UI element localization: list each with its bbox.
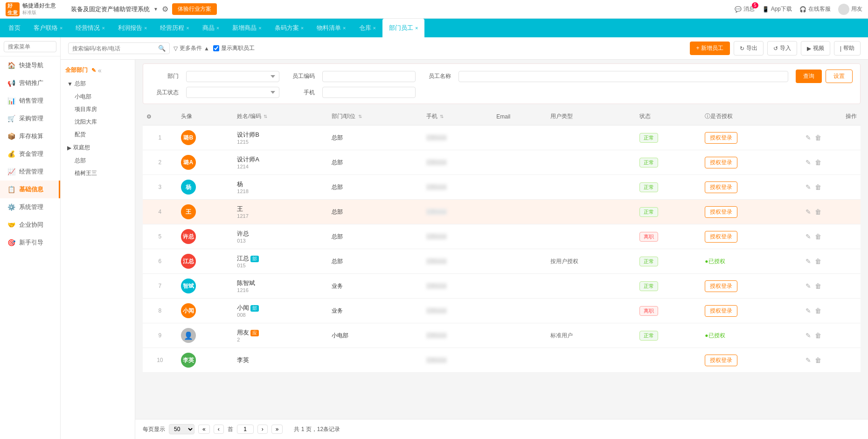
tab-profit[interactable]: 利润报告 × bbox=[111, 19, 153, 37]
dept-filter-select[interactable] bbox=[186, 71, 279, 82]
tab-barcode-close[interactable]: × bbox=[301, 25, 304, 31]
name-sort-icon[interactable]: ⇅ bbox=[264, 114, 267, 119]
tab-warehouse[interactable]: 仓库 × bbox=[353, 19, 382, 37]
auth-button[interactable]: 授权登录 bbox=[705, 206, 737, 218]
tab-home[interactable]: 首页 bbox=[2, 19, 27, 37]
dept-tree-item-elec[interactable]: 小电部 bbox=[61, 91, 135, 103]
edit-icon[interactable]: ✎ bbox=[806, 258, 811, 265]
edit-icon[interactable]: ✎ bbox=[806, 356, 811, 364]
first-page-button[interactable]: « bbox=[198, 425, 210, 434]
dept-tree-item-shenyang[interactable]: 沈阳大库 bbox=[61, 116, 135, 128]
edit-icon[interactable]: ✎ bbox=[806, 208, 811, 216]
search-icon[interactable]: 🔍 bbox=[158, 45, 166, 52]
edit-icon[interactable]: ✎ bbox=[806, 159, 811, 166]
tab-customer[interactable]: 客户联络 × bbox=[27, 19, 69, 37]
show-resigned-label[interactable]: 显示离职员工 bbox=[213, 44, 255, 52]
auth-button[interactable]: 授权登录 bbox=[705, 231, 737, 243]
next-page-button[interactable]: › bbox=[257, 425, 268, 434]
emp-name-input[interactable] bbox=[458, 71, 788, 82]
tab-customer-close[interactable]: × bbox=[60, 25, 62, 31]
sys-dropdown[interactable]: ▼ bbox=[153, 7, 158, 12]
delete-icon[interactable]: 🗑 bbox=[815, 134, 821, 141]
phone-input[interactable] bbox=[322, 87, 416, 98]
dept-tree-item-shuangling[interactable]: ▶ 双庭想 bbox=[61, 141, 135, 154]
help-button[interactable]: | 帮助 bbox=[834, 41, 861, 56]
show-resigned-checkbox[interactable] bbox=[213, 45, 219, 51]
user-menu[interactable]: 用友 bbox=[838, 4, 862, 15]
edit-icon[interactable]: ✎ bbox=[806, 183, 811, 191]
tab-operation[interactable]: 经营情况 × bbox=[69, 19, 111, 37]
sidebar-item-system[interactable]: ⚙️ 系统管理 bbox=[0, 198, 60, 216]
dept-sort-icon[interactable]: ⇅ bbox=[358, 114, 362, 119]
tab-history-close[interactable]: × bbox=[186, 25, 189, 31]
delete-icon[interactable]: 🗑 bbox=[815, 258, 821, 265]
dept-tree-item-planting[interactable]: 植树王三 bbox=[61, 167, 135, 180]
search-input[interactable] bbox=[72, 45, 156, 52]
message-button[interactable]: 💬 5 消息 bbox=[735, 5, 755, 13]
view-button[interactable]: ▶ 视频 bbox=[801, 41, 830, 56]
sidebar-item-finance[interactable]: 💰 资金管理 bbox=[0, 145, 60, 163]
phone-sort-icon[interactable]: ⇅ bbox=[440, 114, 444, 119]
dept-tree-item-hq[interactable]: ▼ 总部 bbox=[61, 77, 135, 91]
delete-icon[interactable]: 🗑 bbox=[815, 208, 821, 216]
dept-tree-item-distribution[interactable]: 配货 bbox=[61, 128, 135, 141]
page-number-input[interactable] bbox=[237, 425, 254, 434]
dept-collapse-button[interactable]: « bbox=[98, 67, 102, 74]
page-size-select[interactable]: 50 20 100 bbox=[169, 424, 194, 434]
sidebar-item-collab[interactable]: 🤝 企业协同 bbox=[0, 216, 60, 234]
tab-profit-close[interactable]: × bbox=[144, 25, 147, 31]
auth-button[interactable]: 授权登录 bbox=[705, 355, 737, 366]
emp-code-input[interactable] bbox=[322, 71, 416, 82]
delete-icon[interactable]: 🗑 bbox=[815, 183, 821, 191]
app-download-button[interactable]: 📱 App下载 bbox=[762, 5, 792, 13]
auth-button[interactable]: 授权登录 bbox=[705, 157, 737, 168]
sidebar-item-inventory[interactable]: 📦 库存核算 bbox=[0, 127, 60, 145]
edit-icon[interactable]: ✎ bbox=[806, 233, 811, 240]
sidebar-item-navigation[interactable]: 🏠 快捷导航 bbox=[0, 56, 60, 74]
edit-icon[interactable]: ✎ bbox=[806, 307, 811, 314]
tab-employee[interactable]: 部门员工 × bbox=[382, 19, 424, 37]
delete-icon[interactable]: 🗑 bbox=[815, 356, 821, 364]
edit-icon[interactable]: ✎ bbox=[806, 332, 811, 339]
tab-barcode[interactable]: 条码方案 × bbox=[268, 19, 310, 37]
delete-icon[interactable]: 🗑 bbox=[815, 233, 821, 240]
search-button[interactable]: 查询 bbox=[796, 70, 822, 83]
import-button[interactable]: ↺ 导入 bbox=[767, 41, 797, 56]
col-phone[interactable]: 手机 ⇅ bbox=[423, 108, 493, 125]
sidebar-search-input[interactable] bbox=[4, 41, 56, 52]
tab-operation-close[interactable]: × bbox=[102, 25, 104, 31]
auth-button[interactable]: 授权登录 bbox=[705, 280, 737, 292]
trial-button[interactable]: 体验行业方案 bbox=[172, 3, 217, 15]
tab-history[interactable]: 经营历程 × bbox=[153, 19, 195, 37]
dept-tree-item-zongbu[interactable]: 总部 bbox=[61, 154, 135, 167]
tab-add-goods-close[interactable]: × bbox=[258, 25, 261, 31]
delete-icon[interactable]: 🗑 bbox=[815, 307, 821, 314]
edit-icon[interactable]: ✎ bbox=[806, 134, 811, 141]
sidebar-item-guide[interactable]: 🎯 新手引导 bbox=[0, 234, 60, 251]
tab-warehouse-close[interactable]: × bbox=[373, 25, 376, 31]
dept-edit-icon[interactable]: ✎ bbox=[91, 67, 96, 74]
last-page-button[interactable]: » bbox=[271, 425, 283, 434]
sidebar-item-business[interactable]: 📈 经营管理 bbox=[0, 163, 60, 181]
dept-all-label[interactable]: 全部部门 bbox=[65, 66, 88, 74]
delete-icon[interactable]: 🗑 bbox=[815, 332, 821, 339]
delete-icon[interactable]: 🗑 bbox=[815, 159, 821, 166]
tab-employee-close[interactable]: × bbox=[415, 25, 418, 31]
dept-tree-item-project[interactable]: 项目库房 bbox=[61, 103, 135, 116]
tab-bom-close[interactable]: × bbox=[343, 25, 346, 31]
emp-status-select[interactable] bbox=[186, 87, 279, 98]
col-dept[interactable]: 部门/职位 ⇅ bbox=[328, 108, 423, 125]
set-button[interactable]: 设置 bbox=[826, 70, 853, 83]
tab-bom[interactable]: 物料清单 × bbox=[310, 19, 352, 37]
edit-icon[interactable]: ✎ bbox=[806, 282, 811, 290]
auth-button[interactable]: 授权登录 bbox=[705, 305, 737, 317]
prev-page-button[interactable]: ‹ bbox=[214, 425, 224, 434]
tab-goods-close[interactable]: × bbox=[216, 25, 219, 31]
export-button[interactable]: ↻ 导出 bbox=[734, 41, 764, 56]
sidebar-item-sales[interactable]: 📊 销售管理 bbox=[0, 92, 60, 110]
col-settings[interactable]: ⚙ bbox=[143, 108, 177, 125]
settings-icon[interactable]: ⚙ bbox=[146, 113, 152, 120]
sidebar-item-basic[interactable]: 📋 基础信息 bbox=[0, 181, 60, 198]
tab-add-goods[interactable]: 新增商品 × bbox=[226, 19, 268, 37]
add-employee-button[interactable]: + 新增员工 bbox=[690, 42, 730, 55]
